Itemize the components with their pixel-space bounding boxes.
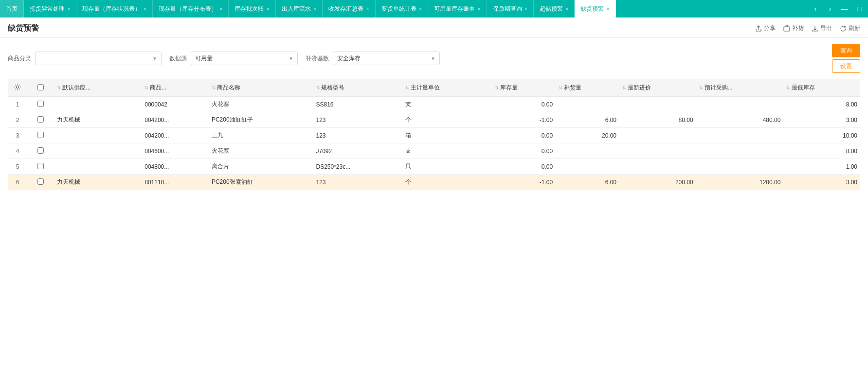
row-stock: -1.00 <box>492 175 556 190</box>
close-tab-xianzuncang2[interactable]: × <box>219 6 222 12</box>
row-supplier <box>54 159 142 175</box>
min-stock-sort-icon[interactable]: ⇅ <box>786 85 790 90</box>
filter-actions: 查询 设置 <box>832 44 860 73</box>
row-num: 5 <box>8 159 27 175</box>
settings-button[interactable]: 设置 <box>832 59 860 73</box>
nav-minimize-button[interactable]: — <box>838 2 851 16</box>
table-row: 6 力天机械 801110... PC200张紧油缸 123 个 -1.00 6… <box>8 175 860 190</box>
col-product-code-header: ⇅ 商品... <box>142 79 209 97</box>
row-est-purchase: 1200.00 <box>696 175 784 190</box>
row-supplier <box>54 97 142 112</box>
close-tab-xianzuncang1[interactable]: × <box>143 6 146 12</box>
product-code-sort-icon[interactable]: ⇅ <box>145 85 148 90</box>
row-checkbox-cell <box>27 159 54 175</box>
spec-sort-icon[interactable]: ⇅ <box>316 85 320 90</box>
row-min-stock: 8.00 <box>783 143 860 159</box>
row-est-purchase <box>696 143 784 159</box>
col-latest-price-header: ⇅ 最新进价 <box>619 79 696 97</box>
tab-keyong[interactable]: 可用量库存账本 × <box>428 0 487 18</box>
row-checkbox-cell <box>27 143 54 159</box>
datasource-label: 数据源 <box>169 54 187 63</box>
row-num: 4 <box>8 143 27 159</box>
nav-next-button[interactable]: › <box>823 2 837 16</box>
category-select[interactable]: ▼ <box>35 52 162 65</box>
tab-quehuo[interactable]: 缺货预警 × <box>575 0 615 18</box>
page-title: 缺货预警 <box>8 23 39 34</box>
row-unit: 支 <box>402 97 492 112</box>
row-replenish: 6.00 <box>556 112 619 128</box>
row-unit: 箱 <box>402 128 492 143</box>
row-product-code: 004200... <box>142 128 209 143</box>
replenish-basis-label: 补货基数 <box>306 54 329 63</box>
tab-baozhiqi[interactable]: 保质期查询 × <box>487 0 534 18</box>
close-tab-quehuo[interactable]: × <box>606 6 609 12</box>
close-tab-yaohuo[interactable]: × <box>419 6 422 12</box>
svg-rect-0 <box>784 27 790 31</box>
tab-xianzuncang1[interactable]: 现存量（库存状况表） × <box>76 0 152 18</box>
row-checkbox[interactable] <box>37 147 44 154</box>
est-purchase-sort-icon[interactable]: ⇅ <box>699 85 703 90</box>
row-checkbox[interactable] <box>37 163 44 169</box>
close-tab-chaochuyujing[interactable]: × <box>565 6 568 12</box>
row-spec: SS816 <box>313 97 402 112</box>
tab-yaohuo[interactable]: 要货单统计表 × <box>376 0 428 18</box>
close-tab-keyong[interactable]: × <box>477 6 480 12</box>
share-button[interactable]: 分享 <box>755 24 776 33</box>
row-checkbox[interactable] <box>37 101 44 107</box>
select-all-checkbox[interactable] <box>37 84 44 90</box>
replenish-button[interactable]: 补货 <box>783 24 804 33</box>
tab-home[interactable]: 首页 <box>0 0 24 18</box>
row-est-purchase <box>696 159 784 175</box>
row-checkbox[interactable] <box>37 178 44 185</box>
close-tab-baozhiqi[interactable]: × <box>524 6 527 12</box>
query-button[interactable]: 查询 <box>832 44 860 57</box>
product-name-sort-icon[interactable]: ⇅ <box>212 85 216 90</box>
row-supplier <box>54 143 142 159</box>
stock-sort-icon[interactable]: ⇅ <box>495 85 499 90</box>
row-latest-price <box>619 143 696 159</box>
row-est-purchase <box>696 97 784 112</box>
export-button[interactable]: 导出 <box>812 24 832 33</box>
close-tab-shoudun[interactable]: × <box>366 6 369 12</box>
unit-sort-icon[interactable]: ⇅ <box>405 85 409 90</box>
close-tab-tiaohuo[interactable]: × <box>67 6 70 12</box>
latest-price-sort-icon[interactable]: ⇅ <box>622 85 626 90</box>
tab-churuku[interactable]: 出入库流水 × <box>276 0 323 18</box>
row-latest-price <box>619 128 696 143</box>
row-checkbox-cell <box>27 97 54 112</box>
replenish-sort-icon[interactable]: ⇅ <box>559 85 562 90</box>
row-min-stock: 3.00 <box>783 175 860 190</box>
row-checkbox-cell <box>27 128 54 143</box>
nav-maximize-button[interactable]: □ <box>852 2 866 16</box>
page-content: 缺货预警 分享 补货 导出 <box>0 18 868 387</box>
supplier-sort-icon[interactable]: ⇅ <box>57 85 61 90</box>
refresh-button[interactable]: 刷新 <box>840 24 860 33</box>
row-product-code: 0000042 <box>142 97 209 112</box>
row-checkbox[interactable] <box>37 116 44 123</box>
nav-prev-button[interactable]: ‹ <box>809 2 822 16</box>
row-min-stock: 10.00 <box>783 128 860 143</box>
replenish-basis-select[interactable]: 安全库存 ▼ <box>333 52 440 65</box>
tab-xianzuncang2[interactable]: 现存量（库存分布表） × <box>153 0 229 18</box>
row-checkbox[interactable] <box>37 132 44 138</box>
datasource-arrow-icon: ▼ <box>289 56 293 61</box>
tab-pipihao[interactable]: 库存批次账 × <box>229 0 275 18</box>
export-icon <box>812 25 818 32</box>
table-row: 5 004800... 离合片 DS250*23c... 只 0.00 1.00 <box>8 159 860 175</box>
row-num: 2 <box>8 112 27 128</box>
col-spec-header: ⇅ 规格型号 <box>313 79 402 97</box>
gear-settings-icon[interactable] <box>14 83 21 91</box>
tab-tiaohuo[interactable]: 拣货异常处理 × <box>24 0 76 18</box>
row-est-purchase <box>696 128 784 143</box>
row-checkbox-cell <box>27 112 54 128</box>
close-tab-churuku[interactable]: × <box>313 6 316 12</box>
datasource-select[interactable]: 可用量 ▼ <box>191 52 298 65</box>
row-latest-price: 80.00 <box>619 112 696 128</box>
col-checkbox-header <box>27 79 54 97</box>
tab-shoudun[interactable]: 收发存汇总表 × <box>323 0 375 18</box>
row-min-stock: 8.00 <box>783 97 860 112</box>
tab-chaochuyujing[interactable]: 超储预警 × <box>534 0 575 18</box>
close-tab-pipihao[interactable]: × <box>266 6 269 12</box>
row-min-stock: 3.00 <box>783 112 860 128</box>
row-replenish <box>556 143 619 159</box>
